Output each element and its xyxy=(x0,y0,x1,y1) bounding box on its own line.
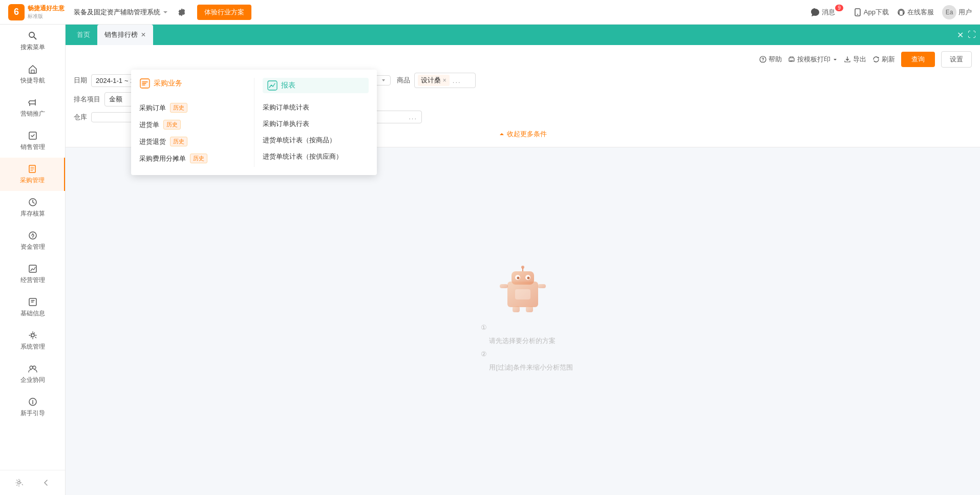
sidebar-item-quick-nav[interactable]: 快捷导航 xyxy=(0,58,65,91)
basic-info-icon xyxy=(28,297,38,307)
empty-state: ① 请先选择要分析的方案 ② 用[过滤]条件来缩小分析范围 xyxy=(66,147,980,469)
search-icon xyxy=(28,31,38,41)
avatar: Ea xyxy=(942,5,956,19)
template-print-button[interactable]: 按模板打印 xyxy=(788,55,838,64)
svg-point-16 xyxy=(30,366,33,369)
svg-point-21 xyxy=(762,61,763,62)
sidebar-item-cooperation[interactable]: 企业协同 xyxy=(0,357,65,391)
system-title: 装备及固定资产辅助管理系统 体验行业方案 xyxy=(74,5,251,20)
logo-area: 6 畅捷通好生意 标准版 xyxy=(8,4,74,20)
svg-rect-34 xyxy=(526,306,533,312)
megaphone-icon xyxy=(28,97,38,107)
message-button[interactable]: 消息 9 xyxy=(811,8,845,17)
print-icon xyxy=(788,56,795,63)
online-service-button[interactable]: 在线客服 xyxy=(897,8,934,17)
collapse-up-icon xyxy=(499,131,505,137)
menu-item-incoming-stat-goods[interactable]: 进货单统计表（按商品） xyxy=(263,132,369,148)
headset-icon xyxy=(897,8,905,16)
purchase-dropdown-menu: 采购业务 采购订单 历史 进货单 历史 进货退货 历史 xyxy=(131,70,377,175)
top-bar: 6 畅捷通好生意 标准版 装备及固定资产辅助管理系统 体验行业方案 消息 9 xyxy=(0,0,980,25)
purchase-icon xyxy=(27,164,37,174)
tab-home[interactable]: 首页 xyxy=(70,25,97,45)
svg-rect-3 xyxy=(899,13,900,14)
content-area: 首页 销售排行榜 ✕ ✕ ⛶ 帮助 xyxy=(66,25,980,495)
sidebar-item-search[interactable]: 搜索菜单 xyxy=(0,25,65,58)
sales-icon xyxy=(28,131,38,141)
tab-right-actions: ✕ ⛶ xyxy=(957,30,976,40)
sidebar-settings-button[interactable] xyxy=(12,476,26,490)
user-button[interactable]: Ea 用户 xyxy=(942,5,972,19)
tab-bar: 首页 销售排行榜 ✕ ✕ ⛶ xyxy=(66,25,980,45)
sidebar-item-basic-info[interactable]: 基础信息 xyxy=(0,291,65,324)
svg-rect-31 xyxy=(500,284,508,288)
operations-icon xyxy=(28,264,38,274)
refresh-button[interactable]: 刷新 xyxy=(872,55,895,64)
sidebar-collapse-button[interactable] xyxy=(39,476,53,490)
settings-gear-button[interactable] xyxy=(175,5,189,19)
purchase-menu-col: 采购业务 采购订单 历史 进货单 历史 进货退货 历史 xyxy=(139,78,254,167)
svg-rect-22 xyxy=(789,58,794,61)
status-dropdown-icon xyxy=(381,78,386,83)
message-icon xyxy=(811,8,820,17)
industry-button[interactable]: 体验行业方案 xyxy=(197,5,251,20)
print-dropdown-icon xyxy=(833,57,838,62)
dropdown-arrow-icon xyxy=(162,9,168,15)
sidebar-bottom xyxy=(0,470,65,495)
sidebar-item-system[interactable]: 系统管理 xyxy=(0,324,65,357)
logo-text: 畅捷通好生意 标准版 xyxy=(28,4,65,20)
export-button[interactable]: 导出 xyxy=(844,55,866,64)
help-button[interactable]: 帮助 xyxy=(759,55,782,64)
goods-tag: 设计桑 × xyxy=(418,75,450,86)
report-col-icon xyxy=(267,80,278,91)
svg-point-28 xyxy=(527,276,530,279)
refresh-icon xyxy=(872,56,880,63)
phone-icon xyxy=(854,8,862,16)
menu-item-purchase-expense[interactable]: 采购费用分摊单 历史 xyxy=(139,150,246,167)
goods-filter: 商品 设计桑 × ... xyxy=(397,73,476,88)
set-button[interactable]: 设置 xyxy=(941,51,972,68)
collapse-conditions-button[interactable]: 收起更多条件 xyxy=(499,130,547,139)
goods-input[interactable]: 设计桑 × ... xyxy=(414,73,476,88)
sidebar-item-funds[interactable]: 资金管理 xyxy=(0,224,65,257)
filter-toolbar: 帮助 按模板打印 导出 刷新 xyxy=(74,51,972,68)
sidebar-item-sales[interactable]: 销售管理 xyxy=(0,124,65,158)
funds-icon xyxy=(28,230,38,241)
menu-item-purchase-order[interactable]: 采购订单 历史 xyxy=(139,99,246,116)
system-icon xyxy=(28,330,38,340)
tab-maximize-button[interactable]: ⛶ xyxy=(968,30,976,39)
sidebar-item-purchase[interactable]: 采购管理 xyxy=(0,158,65,191)
query-button[interactable]: 查询 xyxy=(901,52,935,67)
svg-rect-37 xyxy=(268,81,277,90)
empty-illustration xyxy=(497,264,548,315)
svg-rect-7 xyxy=(31,70,34,73)
page-content: 帮助 按模板打印 导出 刷新 xyxy=(66,45,980,495)
cooperation-icon xyxy=(28,363,38,374)
sidebar-item-inventory[interactable]: 库存核算 xyxy=(0,191,65,224)
menu-item-return-goods[interactable]: 进货退货 历史 xyxy=(139,133,246,150)
title-dropdown[interactable]: 装备及固定资产辅助管理系统 xyxy=(74,8,168,17)
app-download-button[interactable]: App下载 xyxy=(854,8,889,17)
logo-icon: 6 xyxy=(8,4,25,20)
goods-tag-close[interactable]: × xyxy=(443,77,446,84)
report-col-title: 报表 xyxy=(263,78,369,93)
svg-rect-33 xyxy=(513,306,520,312)
svg-rect-35 xyxy=(515,289,530,299)
tab-close-all-button[interactable]: ✕ xyxy=(957,30,964,40)
sidebar-item-guide[interactable]: 新手引导 xyxy=(0,391,65,424)
sidebar-item-operations[interactable]: 经营管理 xyxy=(0,257,65,291)
menu-item-purchase-order-stat[interactable]: 采购订单统计表 xyxy=(263,99,369,116)
menu-item-purchase-order-exec[interactable]: 采购订单执行表 xyxy=(263,116,369,132)
tab-close-button[interactable]: ✕ xyxy=(141,31,146,38)
menu-item-incoming-stat-supplier[interactable]: 进货单统计表（按供应商） xyxy=(263,148,369,165)
home-icon xyxy=(28,64,38,74)
settings-icon xyxy=(14,478,24,487)
sidebar-item-marketing[interactable]: 营销推广 xyxy=(0,91,65,124)
svg-point-5 xyxy=(29,32,34,37)
robot-icon xyxy=(497,264,548,315)
inventory-icon xyxy=(28,197,38,207)
purchase-col-title: 采购业务 xyxy=(139,78,246,93)
svg-line-6 xyxy=(34,37,36,39)
svg-point-19 xyxy=(17,482,20,484)
tab-sales-rank[interactable]: 销售排行榜 ✕ xyxy=(97,25,153,45)
menu-item-incoming-order[interactable]: 进货单 历史 xyxy=(139,116,246,133)
